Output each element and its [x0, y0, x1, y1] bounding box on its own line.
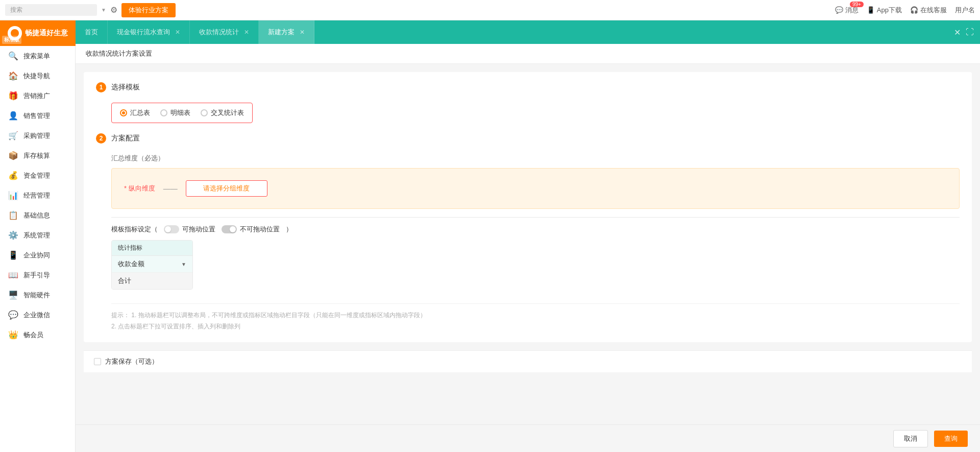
tab-receipts[interactable]: 收款情况统计 ✕: [190, 20, 259, 44]
tab-close-action-icon[interactable]: ✕: [954, 28, 961, 37]
tab-receipts-label: 收款情况统计: [199, 28, 239, 37]
dimension-arrow: ——: [163, 184, 178, 193]
gear-icon[interactable]: ⚙: [110, 5, 117, 15]
cancel-button[interactable]: 取消: [893, 430, 928, 447]
tab-home-label: 首页: [85, 28, 98, 37]
query-button[interactable]: 查询: [934, 431, 968, 447]
sidebar-item-label: 企业协同: [23, 251, 50, 260]
fixed-toggle[interactable]: 不可拖动位置: [222, 225, 280, 234]
message-icon: 💬: [835, 6, 843, 14]
search-dropdown-arrow[interactable]: ▼: [101, 7, 106, 13]
radio-detail-label: 明细表: [170, 108, 190, 117]
sidebar-item-wechat[interactable]: 💬 企业微信: [0, 305, 75, 325]
tab-new-plan[interactable]: 新建方案 ✕: [259, 20, 314, 44]
sidebar-edition: 标准版: [2, 36, 21, 44]
radio-detail[interactable]: 明细表: [160, 108, 190, 117]
message-item[interactable]: 💬 消息 99+: [835, 6, 859, 15]
sidebar-item-marketing[interactable]: 🎁 营销推广: [0, 86, 75, 106]
dimension-area: * 纵向维度 —— 请选择分组维度: [111, 168, 960, 209]
radio-crosstab[interactable]: 交叉统计表: [201, 108, 244, 117]
save-checkbox-row: 方案保存（可选）: [94, 357, 962, 366]
sidebar-item-inventory[interactable]: 📦 库存核算: [0, 146, 75, 165]
sidebar-item-basics[interactable]: 📋 基础信息: [0, 205, 75, 225]
tab-cashflow-label: 现金银行流水查询: [117, 28, 170, 37]
sidebar-item-system[interactable]: ⚙️ 系统管理: [0, 225, 75, 245]
monitor-icon: 🖥️: [8, 290, 18, 300]
page-breadcrumb: 收款情况统计方案设置: [76, 44, 980, 64]
sidebar-item-label: 新手引导: [23, 271, 50, 280]
tab-expand-icon[interactable]: ⛶: [966, 28, 974, 37]
gift-icon: 🎁: [8, 91, 18, 101]
tab-cashflow[interactable]: 现金银行流水查询 ✕: [108, 20, 190, 44]
sidebar-item-label: 智能硬件: [23, 291, 50, 300]
movable-toggle-switch[interactable]: [164, 225, 179, 233]
sidebar-logo-text: 畅捷通好生意: [25, 29, 68, 38]
tab-cashflow-close-icon[interactable]: ✕: [175, 29, 180, 36]
indicator-close-bracket: ）: [286, 225, 292, 234]
sidebar-item-nav[interactable]: 🏠 快捷导航: [0, 66, 75, 86]
tab-bar-actions: ✕ ⛶: [948, 20, 980, 44]
sidebar-item-label: 销售管理: [23, 111, 50, 121]
chart-icon: 📊: [8, 191, 18, 200]
sidebar-item-hardware[interactable]: 🖥️ 智能硬件: [0, 285, 75, 305]
header-right: 💬 消息 99+ 📱 App下载 🎧 在线客服 用户名: [835, 6, 975, 15]
tab-new-plan-close-icon[interactable]: ✕: [300, 29, 305, 36]
sidebar-item-label: 营销推广: [23, 91, 50, 101]
sidebar-item-corp[interactable]: 📱 企业协同: [0, 245, 75, 265]
sidebar-item-sales[interactable]: 👤 销售管理: [0, 106, 75, 126]
sidebar-item-purchase[interactable]: 🛒 采购管理: [0, 126, 75, 146]
search-input[interactable]: 搜索: [5, 4, 97, 16]
sidebar-item-label: 企业微信: [23, 311, 50, 320]
service-label: 在线客服: [920, 6, 947, 15]
sidebar-item-label: 快捷导航: [23, 72, 50, 81]
fixed-label: 不可拖动位置: [240, 225, 280, 234]
stats-amount-dropdown-icon[interactable]: ▼: [181, 261, 186, 267]
sidebar-item-finance[interactable]: 💰 资金管理: [0, 165, 75, 185]
sidebar-item-guide[interactable]: 📖 新手引导: [0, 265, 75, 285]
sidebar-item-member[interactable]: 👑 畅会员: [0, 325, 75, 345]
stats-table-header: 统计指标: [112, 241, 192, 256]
fixed-toggle-switch[interactable]: [222, 225, 237, 233]
chat-icon: 💬: [8, 310, 18, 320]
config-panel: 1 选择模板 汇总表 明细表: [84, 72, 972, 342]
radio-summary[interactable]: 汇总表: [120, 108, 150, 117]
tab-receipts-close-icon[interactable]: ✕: [244, 29, 249, 36]
stats-total-row: 合计: [112, 273, 192, 289]
radio-summary-circle: [120, 109, 127, 116]
home-icon: 🏠: [8, 71, 18, 81]
movable-label: 可拖动位置: [182, 225, 215, 234]
top-header: 搜索 ▼ ⚙ 体验行业方案 💬 消息 99+ 📱 App下载 🎧 在线客服 用户…: [0, 0, 980, 20]
dimension-section-label: 汇总维度（必选）: [111, 154, 960, 163]
save-checkbox[interactable]: [94, 358, 101, 365]
step1-row: 1 选择模板: [96, 82, 960, 92]
stats-amount-label: 收款金额: [118, 259, 144, 269]
message-badge: 99+: [850, 2, 864, 7]
sidebar-item-label: 采购管理: [23, 131, 50, 140]
service-item[interactable]: 🎧 在线客服: [910, 6, 947, 15]
radio-crosstab-label: 交叉统计表: [211, 108, 244, 117]
tab-home[interactable]: 首页: [76, 20, 108, 44]
tips-line-1: 提示： 1. 拖动标题栏可以调整布局，不可跨维度或指标区域拖动栏目字段（只能在同…: [111, 310, 960, 321]
app-download-item[interactable]: 📱 App下载: [867, 6, 902, 15]
indicator-toggle-row: 模板指标设定（ 可拖动位置 不可拖动位置 ）: [111, 225, 960, 234]
step2-badge: 2: [96, 133, 106, 144]
page-content: 收款情况统计方案设置 1 选择模板 汇总表: [76, 44, 980, 424]
bottom-bar: 取消 查询: [76, 424, 980, 452]
sidebar-item-label: 系统管理: [23, 231, 50, 240]
step2-label: 方案配置: [111, 134, 140, 143]
clipboard-icon: 📋: [8, 210, 18, 220]
book-icon: 📖: [8, 270, 18, 280]
sidebar-item-operations[interactable]: 📊 经营管理: [0, 185, 75, 205]
sidebar-item-label: 库存核算: [23, 151, 50, 160]
trial-button[interactable]: 体验行业方案: [121, 3, 176, 17]
sidebar-nav: 🔍 搜索菜单 🏠 快捷导航 🎁 营销推广 👤 销售管理 🛒 采购管: [0, 46, 75, 452]
dimension-placeholder-box[interactable]: 请选择分组维度: [186, 180, 267, 197]
content-area: 首页 现金银行流水查询 ✕ 收款情况统计 ✕ 新建方案 ✕ ✕ ⛶: [76, 20, 980, 452]
cart-icon: 🛒: [8, 131, 18, 140]
sidebar-item-label: 基础信息: [23, 211, 50, 220]
stats-amount-row[interactable]: 收款金额 ▼: [112, 256, 192, 273]
movable-toggle[interactable]: 可拖动位置: [164, 225, 215, 234]
sidebar-item-search[interactable]: 🔍 搜索菜单: [0, 46, 75, 66]
mobile-icon: 📱: [8, 250, 18, 260]
service-icon: 🎧: [910, 6, 918, 14]
